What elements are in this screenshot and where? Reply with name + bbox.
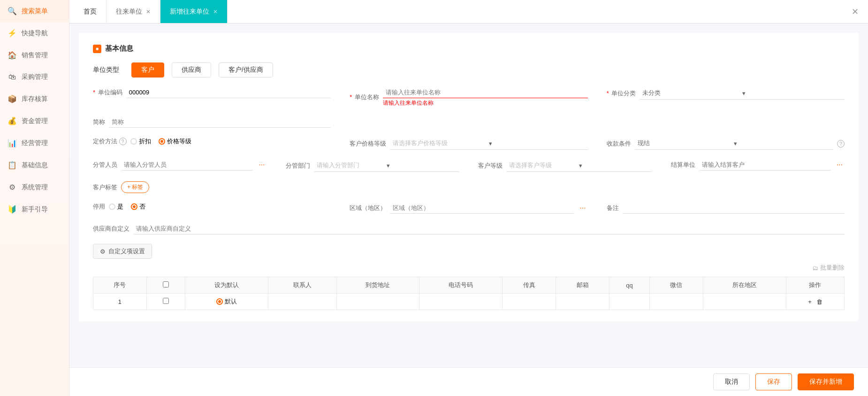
cell-email: [556, 294, 609, 310]
sidebar-item-system[interactable]: ⚙ 系统管理: [0, 176, 69, 198]
supplier-custom-field: 供应商自定义: [93, 223, 845, 234]
cancel-button[interactable]: 取消: [713, 373, 750, 390]
sidebar-item-purchase[interactable]: 🛍 采购管理: [0, 66, 69, 88]
tab-new-counterparty[interactable]: 新增往来单位 ✕: [160, 0, 228, 23]
col-no: 序号: [93, 277, 147, 294]
sidebar-item-quick-nav[interactable]: ⚡ 快捷导航: [0, 22, 69, 44]
settlement-input[interactable]: [699, 159, 831, 171]
pricing-label: 定价方法 ?: [93, 137, 127, 146]
disable-field: 停用 是 否: [93, 202, 331, 211]
unit-name-label: * 单位名称: [350, 93, 379, 101]
unit-category-label: * 单位分类: [607, 89, 636, 98]
tab-home[interactable]: 首页: [74, 0, 107, 23]
gear-setting-icon: ⚙: [100, 248, 106, 255]
unit-name-wrap: 请输入往来单位名称: [383, 87, 588, 107]
customer-level-label: 客户等级: [478, 162, 503, 170]
add-row-btn[interactable]: +: [808, 298, 812, 305]
section-header: ■ 基本信息: [93, 44, 845, 53]
radio-discount[interactable]: 折扣: [130, 137, 151, 146]
abbr-input[interactable]: [109, 116, 331, 128]
gear-icon: ⚙: [8, 183, 17, 192]
col-default: 设为默认: [185, 277, 268, 294]
form-row-7: 供应商自定义: [93, 223, 845, 234]
form-row-6: 停用 是 否 区域（地区） ···: [93, 202, 845, 214]
home-icon: 🏠: [8, 51, 17, 60]
cell-region: [703, 294, 786, 310]
col-action: 操作: [786, 277, 844, 294]
radio-price-level[interactable]: 价格等级: [159, 137, 191, 146]
tags-field: 客户标签 + 标签: [93, 181, 845, 193]
tab-counterparty[interactable]: 往来单位 ✕: [107, 0, 160, 23]
region-label: 区域（地区）: [350, 204, 386, 212]
radio-price-level-circle: [159, 138, 165, 145]
sidebar-item-inventory[interactable]: 📦 库存核算: [0, 88, 69, 110]
dept-select[interactable]: 请输入分管部门 ▾: [314, 159, 460, 172]
radio-no[interactable]: 否: [131, 202, 145, 211]
unit-name-input[interactable]: [383, 87, 588, 98]
unit-type-label: 单位类型: [93, 66, 119, 74]
customer-price-select[interactable]: 请选择客户价格等级 ▾: [390, 137, 587, 150]
manager-more-btn[interactable]: ···: [257, 161, 266, 169]
table-row: 1 默认: [93, 294, 845, 310]
type-btn-supplier[interactable]: 供应商: [172, 62, 211, 78]
pricing-radio-group: 折扣 价格等级: [130, 137, 191, 146]
delete-row-btn[interactable]: 🗑: [816, 298, 822, 305]
chart-icon: 📊: [8, 139, 17, 148]
default-radio-circle: [216, 298, 223, 305]
sidebar-item-sales[interactable]: 🏠 销售管理: [0, 44, 69, 66]
tags-label: 客户标签: [93, 183, 117, 192]
cell-fax: [503, 294, 556, 310]
col-contact: 联系人: [268, 277, 336, 294]
pricing-help-icon[interactable]: ?: [119, 138, 127, 145]
sidebar-item-operations[interactable]: 📊 经营管理: [0, 132, 69, 154]
unit-category-select[interactable]: 未分类 ▾: [640, 87, 845, 100]
close-all-tabs[interactable]: ✕: [847, 7, 863, 17]
batch-delete-btn[interactable]: 🗂 批量删除: [93, 264, 845, 272]
supplier-custom-label: 供应商自定义: [93, 225, 129, 233]
row-checkbox[interactable]: [163, 298, 169, 304]
manager-input[interactable]: [121, 159, 253, 171]
unit-type-row: 单位类型 客户 供应商 客户/供应商: [93, 62, 845, 78]
region-input[interactable]: [390, 202, 574, 214]
supplier-custom-input[interactable]: [133, 223, 845, 234]
cell-phone: [419, 294, 503, 310]
close-new-counterparty-tab[interactable]: ✕: [213, 8, 218, 15]
custom-setting-btn[interactable]: ⚙ 自定义项设置: [93, 244, 152, 259]
sidebar-item-guide[interactable]: 🔰 新手引导: [0, 198, 69, 220]
type-btn-customer[interactable]: 客户: [131, 62, 164, 78]
save-button[interactable]: 保存: [755, 373, 792, 390]
sidebar-item-basic[interactable]: 📋 基础信息: [0, 154, 69, 176]
sidebar-item-search[interactable]: 🔍 搜索菜单: [0, 0, 69, 22]
close-counterparty-tab[interactable]: ✕: [146, 8, 151, 15]
remark-input[interactable]: [623, 202, 845, 214]
radio-yes-circle: [109, 203, 115, 210]
custom-setting-row: ⚙ 自定义项设置: [93, 244, 845, 259]
col-region: 所在地区: [703, 277, 786, 294]
tabbar: 首页 往来单位 ✕ 新增往来单位 ✕ ✕: [69, 0, 868, 23]
sidebar-item-finance[interactable]: 💰 资金管理: [0, 110, 69, 132]
radio-discount-circle: [130, 138, 137, 145]
col-address: 到货地址: [336, 277, 419, 294]
unit-category-field: * 单位分类 未分类 ▾: [607, 87, 845, 100]
radio-no-circle: [131, 203, 137, 210]
batch-delete-icon: 🗂: [812, 264, 818, 272]
region-more-btn[interactable]: ···: [578, 204, 587, 212]
form-row-4: 分管人员 ··· 分管部门 请输入分管部门 ▾ 客户等级 请选择客户等级 ▾: [93, 159, 845, 172]
remark-field: 备注: [607, 202, 845, 214]
clipboard-icon: 📋: [8, 161, 17, 170]
default-radio[interactable]: 默认: [190, 297, 263, 306]
chevron-level-icon: ▾: [579, 162, 649, 169]
type-btn-both[interactable]: 客户/供应商: [219, 62, 273, 78]
add-tag-btn[interactable]: + 标签: [121, 181, 149, 193]
settlement-more-btn[interactable]: ···: [835, 161, 845, 169]
payment-select[interactable]: 现结 ▾: [635, 137, 833, 150]
table-header-row: 序号 设为默认 联系人 到货地址 电话号码 传真 邮箱 qq 微信 所在地区: [93, 277, 845, 294]
select-all-checkbox[interactable]: [163, 281, 169, 287]
save-new-button[interactable]: 保存并新增: [798, 373, 854, 390]
payment-help-icon[interactable]: ?: [837, 140, 845, 148]
guide-icon: 🔰: [8, 205, 17, 214]
chevron-dept-icon: ▾: [387, 162, 457, 169]
unit-code-input[interactable]: [126, 87, 331, 98]
customer-level-select[interactable]: 请选择客户等级 ▾: [506, 159, 652, 172]
radio-yes[interactable]: 是: [109, 202, 123, 211]
